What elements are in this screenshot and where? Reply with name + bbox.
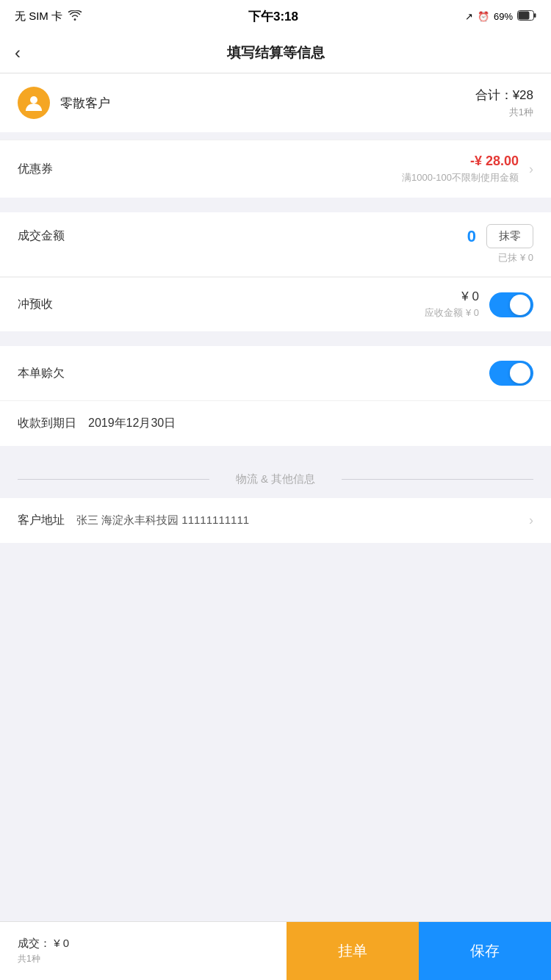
debt-section: 本单赊欠 [0,346,551,400]
transaction-amount-row: 成交金额 0 抹零 [18,224,533,248]
footer-tx-label: 成交： [18,937,51,949]
transaction-value[interactable]: 0 [467,227,476,246]
duedate-value[interactable]: 2019年12月30日 [88,416,176,431]
status-time: 下午3:18 [248,8,298,25]
nav-bar: ‹ 填写结算等信息 [0,32,551,73]
wifi-icon [68,10,82,23]
prepayment-amount: ¥ 0 [425,289,479,304]
status-right: ↗ ⏰ 69% [465,10,536,23]
footer-transaction: 成交： ¥ 0 [18,937,269,951]
back-button[interactable]: ‹ [15,43,21,63]
prepayment-amount-block: ¥ 0 应收金额 ¥ 0 [425,289,479,320]
coupon-discount: -¥ 28.00 [402,154,519,169]
prepayment-right: ¥ 0 应收金额 ¥ 0 [425,289,533,320]
address-value: 张三 海淀永丰科技园 11111111111 [76,514,529,527]
coupon-row[interactable]: 优惠券 -¥ 28.00 满1000-100不限制使用金额 › [0,140,551,198]
divider-3 [0,453,551,461]
customer-name: 零散客户 [60,95,110,112]
divider-2 [0,339,551,346]
transaction-label: 成交金额 [18,228,65,244]
alarm-icon: ⏰ [478,11,489,22]
address-row[interactable]: 客户地址 张三 海淀永丰科技园 11111111111 › [0,498,551,543]
sep-line-right [342,479,533,480]
customer-row: 零散客户 合计：¥28 共1种 [0,73,551,132]
customer-card: 零散客户 合计：¥28 共1种 [0,73,551,132]
footer-count: 共1种 [18,953,269,965]
battery-icon [517,10,536,23]
customer-summary: 合计：¥28 共1种 [475,87,533,119]
coupon-label: 优惠券 [18,162,53,177]
footer-info: 成交： ¥ 0 共1种 [0,922,287,980]
customer-count: 共1种 [475,106,533,119]
carrier-text: 无 SIM 卡 [15,10,62,24]
transaction-sub: 已抹 ¥ 0 [18,251,533,264]
prepayment-section: 冲预收 ¥ 0 应收金额 ¥ 0 [0,277,551,331]
coupon-card: 优惠券 -¥ 28.00 满1000-100不限制使用金额 › [0,140,551,198]
svg-rect-1 [518,11,529,19]
customer-left: 零散客户 [18,87,110,119]
status-left: 无 SIM 卡 [15,10,82,24]
transaction-amount-section: 成交金额 0 抹零 已抹 ¥ 0 [0,212,551,277]
footer-tx-value: ¥ 0 [54,937,69,949]
address-chevron-icon: › [529,513,533,528]
duedate-section: 收款到期日 2019年12月30日 [0,400,551,446]
prepayment-sub: 应收金额 ¥ 0 [425,306,479,320]
save-button[interactable]: 保存 [419,922,551,980]
logistics-separator: 物流 & 其他信息 [0,461,551,498]
coupon-right: -¥ 28.00 满1000-100不限制使用金额 › [402,154,533,184]
prepayment-row: 冲预收 ¥ 0 应收金额 ¥ 0 [18,289,533,320]
divider-1 [0,205,551,212]
footer: 成交： ¥ 0 共1种 挂单 保存 [0,921,551,980]
debt-toggle-knob [510,363,530,383]
duedate-label: 收款到期日 [18,416,76,431]
svg-rect-2 [534,13,536,18]
coupon-chevron-icon: › [529,162,533,177]
address-card: 客户地址 张三 海淀永丰科技园 11111111111 › [0,498,551,543]
logistics-sep-text: 物流 & 其他信息 [236,472,315,486]
round-button[interactable]: 抹零 [486,224,533,248]
prepayment-label: 冲预收 [18,297,53,312]
avatar [18,87,50,119]
battery-text: 69% [494,11,513,22]
prepayment-toggle[interactable] [489,292,533,317]
coupon-description: 满1000-100不限制使用金额 [402,171,519,184]
address-label: 客户地址 [18,513,65,528]
pending-button[interactable]: 挂单 [287,922,419,980]
customer-total: 合计：¥28 [475,87,533,104]
debt-label: 本单赊欠 [18,366,65,381]
duedate-row: 收款到期日 2019年12月30日 [18,416,533,431]
svg-point-3 [30,96,37,104]
debt-card: 本单赊欠 收款到期日 2019年12月30日 [0,346,551,446]
transaction-right: 0 抹零 [467,224,533,248]
page-title: 填写结算等信息 [227,43,325,62]
sep-line-left [18,479,209,480]
debt-toggle[interactable] [489,361,533,386]
prepayment-toggle-knob [510,295,530,315]
location-icon: ↗ [465,11,473,22]
status-bar: 无 SIM 卡 下午3:18 ↗ ⏰ 69% [0,0,551,32]
transaction-card: 成交金额 0 抹零 已抹 ¥ 0 冲预收 ¥ 0 应收金额 ¥ 0 [0,212,551,331]
